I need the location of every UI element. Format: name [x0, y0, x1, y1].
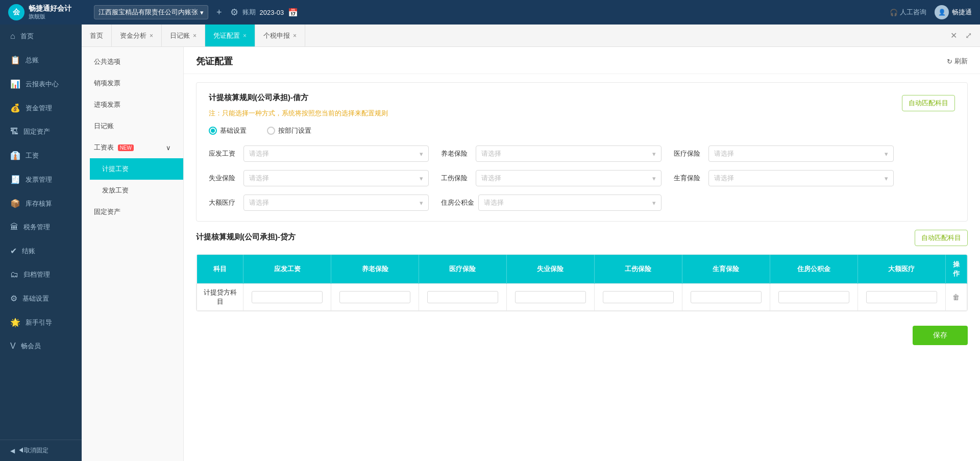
sidebar-label-reports: 云报表中心 [26, 80, 59, 89]
unpin-button[interactable]: ◀ ◀取消固定 [0, 440, 82, 461]
td-sybx2 [682, 284, 770, 311]
tab-journal-label: 日记账 [170, 31, 190, 40]
support-button[interactable]: 🎧 人工咨询 [890, 8, 926, 17]
refresh-label: 刷新 [954, 57, 968, 66]
label-ylbx: 养老保险 [441, 149, 472, 158]
sidebar-item-guide[interactable]: 🌟 新手引导 [0, 310, 82, 334]
tax-icon: 🏛 [10, 223, 18, 232]
sidebar-item-settings[interactable]: ⚙ 基础设置 [0, 286, 82, 310]
input-yfgz[interactable] [252, 291, 323, 303]
select-sybx2[interactable]: 请选择 ▾ [708, 170, 894, 186]
tab-funds[interactable]: 资金分析 × [112, 25, 162, 46]
left-nav-salary-table[interactable]: 工资表 NEW ∨ [82, 137, 183, 158]
tab-voucher[interactable]: 凭证配置 × [205, 25, 255, 46]
left-nav-public[interactable]: 公共选项 [82, 51, 183, 72]
vip-icon: V [10, 342, 16, 351]
select-ylbx2[interactable]: 请选择 ▾ [708, 145, 894, 162]
sidebar-item-fixed[interactable]: 🏗 固定资产 [0, 120, 82, 143]
input-sybx2[interactable] [691, 291, 762, 303]
td-zfgjj [770, 284, 857, 311]
user-area[interactable]: 👤 畅捷通 [935, 5, 972, 19]
save-button[interactable]: 保存 [913, 326, 968, 345]
input-ylbx[interactable] [339, 291, 410, 303]
add-account-button[interactable]: + [212, 5, 226, 20]
left-nav-fixed-asset[interactable]: 固定资产 [82, 201, 183, 223]
tab-tax[interactable]: 个税申报 × [255, 25, 305, 46]
th-yfgz: 应发工资 [243, 255, 331, 284]
placeholder-yfgz: 请选择 [249, 149, 269, 158]
sidebar-item-salary[interactable]: 👔 工资 [0, 143, 82, 167]
guide-icon: 🌟 [10, 318, 20, 327]
left-nav-sales[interactable]: 销项发票 [82, 72, 183, 94]
credit-table-wrapper: 科目 应发工资 养老保险 医疗保险 失业保险 工伤保险 生育保险 住房公积金 大… [196, 254, 968, 311]
select-dayl[interactable]: 请选择 ▾ [243, 195, 429, 211]
input-zfgjj[interactable] [778, 291, 849, 303]
sidebar-item-home[interactable]: ⌂ 首页 [0, 25, 82, 48]
select-ylbx[interactable]: 请选择 ▾ [476, 145, 661, 162]
left-nav-purchase[interactable]: 进项发票 [82, 94, 183, 115]
td-dayl [857, 284, 945, 311]
field-zfgjj: 住房公积金 请选择 ▾ [441, 195, 661, 211]
period-value: 2023-03 [260, 9, 284, 16]
th-zfgjj: 住房公积金 [770, 255, 857, 284]
select-yfgz[interactable]: 请选择 ▾ [243, 145, 429, 162]
left-nav-sub: 计提工资 发放工资 [82, 158, 183, 201]
th-sybx: 失业保险 [506, 255, 594, 284]
tab-home[interactable]: 首页 [82, 25, 112, 46]
company-select[interactable]: 江西服宝精品有限责任公司内账张 ▾ [94, 5, 208, 19]
auto-match-debit-button[interactable]: 自动匹配科目 [902, 95, 955, 111]
tab-journal-close[interactable]: × [193, 32, 197, 39]
select-gsbx[interactable]: 请选择 ▾ [476, 170, 661, 186]
calendar-icon[interactable]: 📅 [288, 8, 298, 17]
tab-journal[interactable]: 日记账 × [162, 25, 205, 46]
salary-icon: 👔 [10, 151, 20, 160]
left-nav-calc-salary[interactable]: 计提工资 [90, 158, 183, 180]
select-sybx[interactable]: 请选择 ▾ [243, 170, 429, 186]
expand-icon: ∨ [166, 144, 171, 152]
label-zfgjj: 住房公积金 [441, 198, 474, 207]
support-label: 人工咨询 [900, 8, 926, 17]
tab-right-actions: ✕ ⤢ [942, 25, 980, 46]
left-nav-pay-salary[interactable]: 发放工资 [90, 180, 183, 201]
auto-match-credit-button[interactable]: 自动匹配科目 [915, 230, 968, 246]
sidebar-item-vip[interactable]: V 畅会员 [0, 334, 82, 358]
delete-row-button[interactable]: 🗑 [952, 293, 960, 301]
sidebar-item-inventory[interactable]: 📦 库存核算 [0, 191, 82, 215]
tab-tax-close[interactable]: × [293, 32, 297, 39]
tab-home-label: 首页 [90, 31, 103, 40]
tab-voucher-label: 凭证配置 [213, 31, 240, 40]
td-gsbx [594, 284, 682, 311]
sidebar-item-reports[interactable]: 📊 云报表中心 [0, 72, 82, 96]
sidebar-item-archive[interactable]: 🗂 归档管理 [0, 263, 82, 286]
sidebar-item-tax[interactable]: 🏛 税务管理 [0, 215, 82, 239]
tab-funds-close[interactable]: × [150, 32, 153, 39]
left-nav-journal[interactable]: 日记账 [82, 115, 183, 137]
sidebar-item-invoice[interactable]: 🧾 发票管理 [0, 167, 82, 191]
tab-voucher-close[interactable]: × [243, 32, 247, 39]
close-tab-button[interactable]: ✕ [948, 29, 959, 42]
sidebar-label-fixed: 固定资产 [23, 127, 50, 136]
fixed-icon: 🏗 [10, 127, 18, 136]
select-zfgjj[interactable]: 请选择 ▾ [478, 195, 661, 211]
th-gsbx: 工伤保险 [594, 255, 682, 284]
headset-icon: 🎧 [890, 9, 898, 16]
refresh-button[interactable]: ↻ 刷新 [947, 57, 968, 66]
expand-tab-button[interactable]: ⤢ [963, 29, 974, 42]
page-header: 凭证配置 ↻ 刷新 [184, 47, 980, 74]
chevron-dayl-icon: ▾ [420, 199, 423, 207]
label-dayl: 大额医疗 [209, 198, 239, 207]
field-yfgz: 应发工资 请选择 ▾ [209, 145, 429, 162]
sidebar-item-close[interactable]: ✔ 结账 [0, 239, 82, 263]
credit-table: 科目 应发工资 养老保险 医疗保险 失业保险 工伤保险 生育保险 住房公积金 大… [197, 255, 967, 311]
radio-group: 基础设置 按部门设置 [209, 126, 894, 135]
sidebar-item-funds[interactable]: 💰 资金管理 [0, 96, 82, 120]
input-ylbx2[interactable] [427, 291, 498, 303]
input-dayl[interactable] [866, 291, 937, 303]
radio-dept[interactable]: 按部门设置 [267, 126, 311, 135]
sidebar-item-ledger[interactable]: 📋 总账 [0, 48, 82, 72]
input-gsbx[interactable] [603, 291, 674, 303]
radio-basic[interactable]: 基础设置 [209, 126, 247, 135]
form-grid: 应发工资 请选择 ▾ 养老保险 [209, 145, 894, 211]
input-sybx[interactable] [515, 291, 586, 303]
settings-icon[interactable]: ⚙ [230, 7, 238, 18]
